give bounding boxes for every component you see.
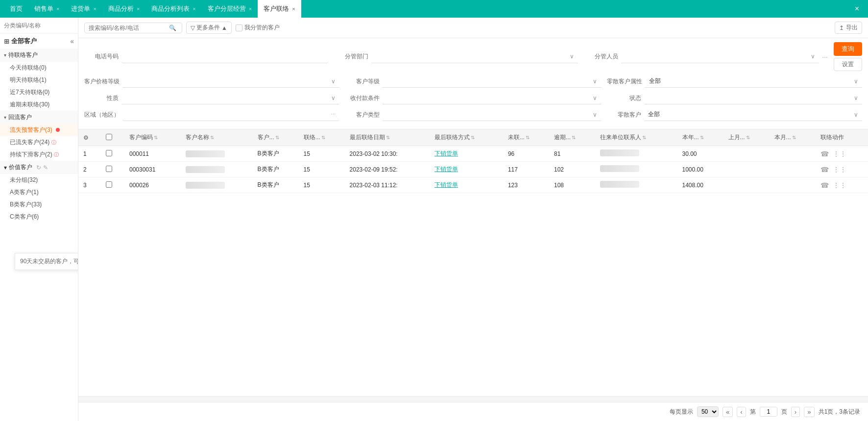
contact-type-link[interactable]: 下销货单	[434, 150, 458, 157]
col-unit-contacts[interactable]: 往来单位联系人⇅	[595, 129, 677, 146]
nav-analysis-close[interactable]: ×	[137, 6, 140, 12]
sidebar-search-input[interactable]	[4, 22, 77, 29]
sidebar-item-returning[interactable]: 持续下滑客户(2) ⓘ	[0, 149, 78, 161]
sidebar-all-customers[interactable]: ⊞ 全部客户 «	[0, 34, 78, 49]
nav-purchase-close[interactable]: ×	[93, 6, 96, 12]
last-month-sort-icon: ⇅	[746, 135, 750, 140]
col-actions: 联络动作	[816, 129, 868, 146]
cell-last-contact-type[interactable]: 下销货单	[430, 146, 503, 162]
price-level-select[interactable]: ∨	[122, 75, 339, 88]
page-number-input[interactable]	[760, 407, 777, 417]
col-level[interactable]: 客户...⇅	[253, 129, 299, 146]
action-message-icon[interactable]: ☎	[820, 150, 829, 158]
col-last-contact-type[interactable]: 最后联络方式⇅	[430, 129, 503, 146]
per-page-select[interactable]: 50	[697, 406, 719, 417]
sidebar-item-already-lost[interactable]: 已流失客户(24) ⓘ	[0, 136, 78, 149]
first-page-button[interactable]: «	[723, 407, 733, 417]
cell-checkbox[interactable]	[101, 177, 124, 193]
col-no-contact[interactable]: 未联...⇅	[503, 129, 549, 146]
action-more-icon[interactable]: ⋮⋮	[833, 166, 846, 173]
sidebar-item-class-b[interactable]: B类客户(33)	[0, 198, 78, 211]
action-message-icon[interactable]: ☎	[820, 181, 829, 189]
sidebar-item-lost-warning[interactable]: 流失预警客户(3)	[0, 124, 78, 136]
nav-sales-close[interactable]: ×	[56, 6, 59, 12]
retail-customer-select[interactable]: 全部 ∨	[644, 108, 862, 121]
nav-home[interactable]: 首页	[4, 0, 28, 18]
value-refresh-icon[interactable]: ↻	[36, 164, 41, 171]
export-button[interactable]: ↥ 导出	[835, 22, 862, 34]
cell-last-contact-type[interactable]: 下销货单	[430, 162, 503, 177]
row-checkbox[interactable]	[106, 150, 112, 156]
sidebar-item-today[interactable]: 今天待联络(0)	[0, 62, 78, 74]
dept-select[interactable]: ∨	[371, 50, 578, 63]
next-page-button[interactable]: ›	[791, 407, 800, 417]
sidebar-item-ungroup[interactable]: 未分组(32)	[0, 174, 78, 186]
nature-select[interactable]: ∨	[121, 92, 339, 104]
cell-last-contact-date: 2023-03-02 10:30:	[345, 146, 430, 162]
window-close-button[interactable]: ×	[850, 4, 864, 13]
nav-customer-tier-close[interactable]: ×	[249, 6, 252, 12]
status-select[interactable]: ∨	[644, 92, 862, 104]
cell-this-month	[770, 162, 816, 177]
region-input[interactable]: ···	[122, 108, 339, 121]
sidebar-item-overdue[interactable]: 逾期未联络(30)	[0, 99, 78, 111]
sidebar-item-class-a[interactable]: A类客户(1)	[0, 186, 78, 198]
customer-type-select[interactable]: ∨	[383, 108, 601, 121]
action-more-icon[interactable]: ⋮⋮	[833, 150, 846, 158]
col-name[interactable]: 客户名称⇅	[181, 129, 253, 146]
row-checkbox[interactable]	[106, 166, 112, 172]
contact-type-link[interactable]: 下销货单	[434, 166, 458, 173]
my-customers-toggle[interactable]: 我分管的客户	[236, 24, 280, 32]
more-conditions-button[interactable]: ▽ 更多条件 ▲	[186, 22, 232, 34]
prev-page-button[interactable]: ‹	[737, 407, 746, 417]
col-checkbox[interactable]	[101, 129, 124, 146]
sidebar-item-week[interactable]: 近7天待联络(0)	[0, 86, 78, 99]
row-checkbox[interactable]	[106, 181, 112, 188]
select-all-checkbox[interactable]	[106, 134, 112, 140]
retail-attr-select[interactable]: 全部 ∨	[645, 75, 862, 88]
col-settings[interactable]: ⚙	[78, 129, 101, 146]
value-edit-icon[interactable]: ✎	[43, 164, 48, 171]
query-button[interactable]: 查询	[834, 42, 862, 56]
action-message-icon[interactable]: ☎	[820, 166, 829, 173]
phone-input[interactable]	[121, 50, 328, 63]
sidebar-group-lost-header[interactable]: ▾ 回流客户	[0, 111, 78, 124]
nav-analysis-list-close[interactable]: ×	[193, 6, 195, 12]
nav-purchase[interactable]: 进货单 ×	[65, 0, 102, 18]
settings-button[interactable]: 设置	[834, 58, 862, 71]
sidebar-group-pending-header[interactable]: ▾ 待联络客户	[0, 49, 78, 62]
checkbox-icon[interactable]	[236, 25, 242, 31]
nav-customer-contact[interactable]: 客户联络 ×	[258, 0, 301, 18]
filter-retail-customer: 零散客户 全部 ∨	[607, 108, 862, 121]
nav-customer-contact-close[interactable]: ×	[292, 6, 295, 12]
col-last-month[interactable]: 上月...⇅	[723, 129, 770, 146]
col-this-year[interactable]: 本年...⇅	[677, 129, 723, 146]
sidebar-item-class-c[interactable]: C类客户(6)	[0, 211, 78, 223]
sidebar-item-tomorrow[interactable]: 明天待联络(1)	[0, 74, 78, 86]
last-page-button[interactable]: »	[804, 407, 814, 417]
cell-checkbox[interactable]	[101, 146, 124, 162]
nav-sales[interactable]: 销售单 ×	[28, 0, 65, 18]
col-overdue[interactable]: 逾期...⇅	[549, 129, 595, 146]
cell-last-contact-type[interactable]: 下销货单	[430, 177, 503, 193]
action-more-icon[interactable]: ⋮⋮	[833, 181, 846, 189]
manager-select[interactable]: ∨	[621, 50, 819, 63]
sidebar-group-value-header[interactable]: ▾ 价值客户 ↻ ✎	[0, 161, 78, 174]
cell-checkbox[interactable]	[101, 162, 124, 177]
main-search-input[interactable]	[89, 25, 167, 31]
manager-more-icon[interactable]: ···	[822, 53, 828, 61]
col-code[interactable]: 客户编码⇅	[124, 129, 181, 146]
horizontal-scrollbar[interactable]	[78, 396, 868, 402]
more-conditions-arrow: ▲	[221, 25, 227, 31]
nav-customer-tier[interactable]: 客户分层经营 ×	[202, 0, 258, 18]
col-this-month[interactable]: 本月...⇅	[770, 129, 816, 146]
payment-select[interactable]: ∨	[383, 92, 601, 104]
level-select[interactable]: ∨	[383, 75, 601, 88]
nav-analysis-list[interactable]: 商品分析列表 ×	[145, 0, 201, 18]
sidebar-collapse-icon[interactable]: «	[70, 37, 74, 45]
nav-analysis[interactable]: 商品分析 ×	[102, 0, 145, 18]
contact-type-link[interactable]: 下销货单	[434, 181, 458, 188]
col-contact[interactable]: 联络...⇅	[299, 129, 345, 146]
col-last-contact-date[interactable]: 最后联络日期⇅	[345, 129, 430, 146]
main-search-icon[interactable]: 🔍	[169, 25, 176, 31]
